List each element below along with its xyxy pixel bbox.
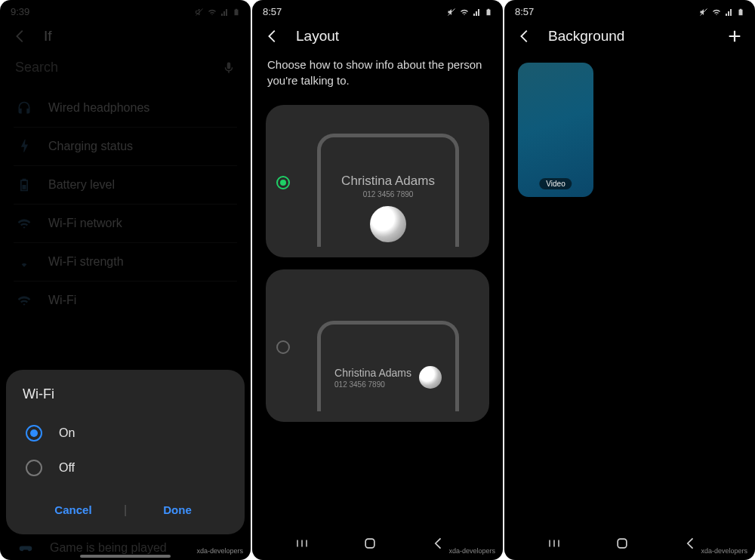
dialog-actions: Cancel | Done <box>23 496 228 524</box>
radio-selected-icon <box>276 176 290 189</box>
list-item[interactable]: Wi-Fi network <box>14 205 237 242</box>
search-row: Search <box>0 55 251 89</box>
layout-preview: Christina Adams 012 3456 7890 <box>297 283 479 411</box>
layout-option-compact[interactable]: Christina Adams 012 3456 7890 <box>266 269 489 422</box>
battery-icon <box>485 7 492 17</box>
search-input[interactable]: Search <box>15 60 222 75</box>
contact-name: Christina Adams <box>334 367 411 379</box>
bolt-icon <box>17 139 32 154</box>
status-bar: 9:39 <box>0 0 251 20</box>
wifi-icon <box>459 8 470 17</box>
contact-name: Christina Adams <box>341 174 435 189</box>
list-item-label: Wired headphones <box>48 101 234 115</box>
list-item-label: Wi-Fi <box>48 294 234 307</box>
option-label: On <box>59 426 75 440</box>
header: Background <box>504 20 755 55</box>
list-item[interactable]: Battery level <box>14 166 237 204</box>
wifi-strength-icon <box>17 254 32 269</box>
background-grid: Video <box>504 55 755 205</box>
watermark: xda-developers <box>193 546 246 555</box>
list-item-label: Wi-Fi network <box>48 217 234 230</box>
svg-rect-0 <box>23 185 26 189</box>
svg-rect-1 <box>365 539 374 548</box>
list-item-label: Battery level <box>48 178 234 192</box>
status-icons-right <box>195 7 240 17</box>
dialog-title: Wi-Fi <box>23 386 228 402</box>
wifi-full-icon <box>17 293 32 308</box>
status-icons-right <box>699 7 744 17</box>
background-tile[interactable]: Video <box>518 63 593 197</box>
list-item[interactable]: Charging status <box>14 128 237 165</box>
svg-rect-2 <box>618 539 627 548</box>
phone-layout-screen: 8:57 Layout Choose how to show info abou… <box>252 0 503 560</box>
status-bar: 8:57 <box>504 0 755 20</box>
home-indicator[interactable] <box>80 555 171 558</box>
headphones-icon <box>17 100 32 115</box>
page-title: Background <box>548 28 624 45</box>
mute-icon <box>195 8 204 17</box>
battery-icon <box>737 7 744 17</box>
status-time: 8:57 <box>515 6 534 17</box>
description: Choose how to show info about the person… <box>252 55 503 100</box>
list-item-label: Game is being played <box>50 541 167 555</box>
recents-button[interactable] <box>546 537 576 550</box>
signal-icon <box>220 8 230 17</box>
wifi-icon <box>711 8 722 17</box>
option-on[interactable]: On <box>23 416 228 451</box>
recents-button[interactable] <box>294 537 324 550</box>
mute-icon <box>447 8 456 17</box>
signal-icon <box>473 8 482 17</box>
add-icon[interactable] <box>726 28 743 45</box>
status-bar: 8:57 <box>252 0 503 20</box>
back-icon[interactable] <box>12 28 29 45</box>
list-item[interactable]: Wi-Fi <box>14 282 237 319</box>
phone-if-screen: 9:39 If Search Wired headphones <box>0 0 251 560</box>
phone-background-screen: 8:57 Background Video xda-develop <box>504 0 755 560</box>
avatar <box>370 206 406 242</box>
layout-preview: Christina Adams 012 3456 7890 <box>297 118 479 247</box>
list-item-label: Charging status <box>48 140 234 153</box>
battery-icon <box>233 7 240 17</box>
mic-icon[interactable] <box>222 61 236 75</box>
done-button[interactable]: Done <box>127 496 228 524</box>
game-icon <box>18 540 33 555</box>
tile-tag: Video <box>539 178 572 189</box>
watermark: xda-developers <box>445 546 498 555</box>
option-off[interactable]: Off <box>23 451 228 485</box>
battery-level-icon <box>17 177 32 192</box>
avatar <box>419 366 442 389</box>
wifi-icon <box>207 8 217 17</box>
header: Layout <box>252 20 503 55</box>
radio-selected-icon <box>26 425 42 442</box>
status-time: 9:39 <box>11 6 29 17</box>
wifi-dialog: Wi-Fi On Off Cancel | Done <box>6 370 245 534</box>
page-title: Layout <box>296 28 339 45</box>
header: If <box>0 20 251 55</box>
mute-icon <box>699 8 708 17</box>
page-title: If <box>44 28 52 45</box>
list-item[interactable]: Wired headphones <box>14 89 237 127</box>
list-item[interactable]: Wi-Fi strength <box>14 243 237 281</box>
wifi-network-icon <box>17 216 32 231</box>
home-button[interactable] <box>615 536 645 551</box>
status-icons-right <box>447 7 492 17</box>
signal-icon <box>725 8 734 17</box>
radio-icon <box>276 340 290 354</box>
watermark: xda-developers <box>698 546 750 555</box>
status-time: 8:57 <box>263 6 282 17</box>
condition-list: Wired headphones Charging status Battery… <box>0 89 251 319</box>
cancel-button[interactable]: Cancel <box>23 496 124 524</box>
layout-option-large[interactable]: Christina Adams 012 3456 7890 <box>266 105 489 257</box>
option-label: Off <box>59 461 75 475</box>
back-icon[interactable] <box>516 28 533 45</box>
list-item-label: Wi-Fi strength <box>48 255 234 269</box>
radio-icon <box>26 460 42 476</box>
back-icon[interactable] <box>264 28 281 45</box>
contact-number: 012 3456 7890 <box>334 380 411 389</box>
contact-number: 012 3456 7890 <box>341 190 435 198</box>
home-button[interactable] <box>362 536 393 551</box>
